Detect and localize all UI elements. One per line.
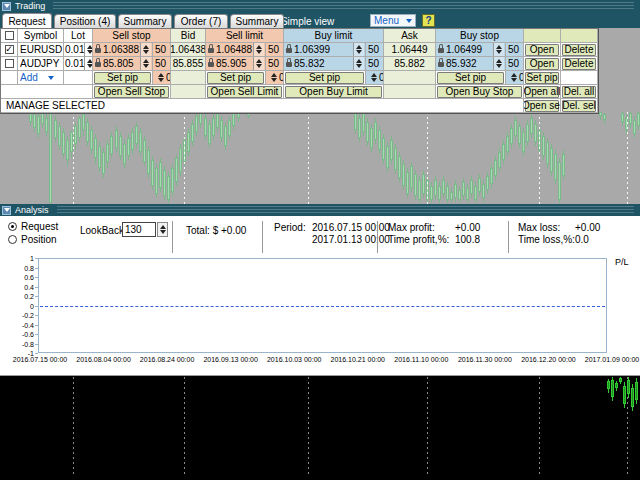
candle [374,122,377,140]
pip-value-cell[interactable]: 0 [506,71,524,85]
spinner-icon[interactable] [140,43,151,56]
buy-stop-cell[interactable]: 1.06499 [436,43,506,57]
lock-icon[interactable] [438,62,444,67]
add-symbol-dropdown[interactable]: Add [18,71,64,85]
spinner-icon[interactable] [269,71,279,84]
spinner-icon[interactable] [140,57,151,70]
candle [123,144,126,164]
collapse-icon[interactable] [2,2,11,11]
buy-stop-pips-cell[interactable]: 50 [506,57,524,71]
sell-stop-pips-cell[interactable]: 50 [153,43,171,57]
lot-cell[interactable]: 0.01 [64,43,93,57]
spinner-icon[interactable] [84,43,93,56]
row-select-cell: ✓ [1,43,18,57]
candle [354,112,357,130]
radio-request[interactable]: Request [8,221,58,232]
spinner-icon[interactable] [253,57,264,70]
spinner-icon[interactable] [369,71,379,84]
buy-stop-pips-cell[interactable]: 50 [506,43,524,57]
tab-order-7[interactable]: Order (7) [174,14,228,28]
lock-icon[interactable] [286,62,292,67]
candle [33,114,36,128]
lookback-spinner[interactable] [157,222,168,237]
radio-position[interactable]: Position [8,234,57,245]
period-separator [539,112,540,204]
open-all-button[interactable]: Open all [525,86,559,98]
open-buy-limit-button[interactable]: Open Buy Limit [285,86,382,98]
set-pip-button[interactable]: Set pip [525,72,559,84]
set-pip-button[interactable]: Set pip [207,72,264,84]
sell-limit-pips-cell[interactable]: 50 [266,57,284,71]
buy-limit-pips-cell[interactable]: 50 [366,57,384,71]
y-tick-mark [35,258,38,259]
candle [394,148,397,170]
open-button[interactable]: Open [525,44,559,56]
help-button[interactable]: ? [422,14,435,27]
buy-limit-pips-cell[interactable]: 50 [366,43,384,57]
candle [82,114,85,130]
lock-icon[interactable] [438,48,444,53]
sell-stop-cell[interactable]: 85.805 [93,57,153,71]
spinner-icon[interactable] [156,71,166,84]
row-checkbox[interactable]: ✓ [5,45,14,54]
spinner-icon[interactable] [509,71,519,84]
period-separator [184,112,185,204]
max-loss-label: Max loss: [518,223,560,233]
open-sell-stop-button[interactable]: Open Sell Stop [94,86,169,98]
pip-value-cell[interactable]: 0 [366,71,384,85]
buy-stop-cell[interactable]: 85.932 [436,57,506,71]
row-checkbox[interactable]: ✓ [5,59,14,68]
set-pip-button[interactable]: Set pip [437,72,504,84]
open-sell-limit-button[interactable]: Open Sell Limit [207,86,282,98]
pip-value-cell[interactable]: 0 [266,71,284,85]
candle [530,118,533,134]
tab-summary[interactable]: Summary [118,14,172,28]
delete-button[interactable]: Delete [562,58,596,70]
spinner-icon[interactable] [493,43,504,56]
lock-icon[interactable] [286,48,292,53]
sell-stop-cell[interactable]: 1.06388 [93,43,153,57]
collapse-icon[interactable] [2,206,11,215]
set-pip-button[interactable]: Set pip [285,72,364,84]
candle [550,148,553,172]
spinner-icon[interactable] [84,57,93,70]
radio-icon[interactable] [8,235,17,244]
tab-position-4[interactable]: Position (4) [54,14,116,28]
lookback-input[interactable] [122,222,156,237]
sell-stop-pips-cell[interactable]: 50 [153,57,171,71]
menu-dropdown[interactable]: Menu [370,14,416,27]
candle [143,140,146,162]
buy-limit-cell[interactable]: 85.832 [284,57,366,71]
open-selected-button[interactable]: Open sel [525,100,559,112]
sell-limit-pips-cell[interactable]: 50 [266,43,284,57]
candle [98,146,101,168]
spinner-icon[interactable] [353,43,364,56]
sell-limit-cell[interactable]: 85.905 [206,57,266,71]
lot-cell[interactable]: 0.01 [64,57,93,71]
lock-icon[interactable] [95,48,101,53]
delete-all-button[interactable]: Del. all [562,86,596,98]
y-tick-mark [35,353,38,354]
tab-request[interactable]: Request [2,13,52,28]
candle [135,126,138,144]
delete-selected-button[interactable]: Del. sel [562,100,596,112]
time-loss-value: 0.0 [575,235,589,245]
pip-value-cell[interactable]: 0 [153,71,171,85]
set-pip-button[interactable]: Set pip [94,72,151,84]
buy-limit-cell[interactable]: 1.06399 [284,43,366,57]
candle [110,136,113,154]
lock-icon[interactable] [95,62,101,67]
spinner-icon[interactable] [253,43,264,56]
open-buy-stop-button[interactable]: Open Buy Stop [437,86,522,98]
open-button[interactable]: Open [525,58,559,70]
candle [212,118,215,136]
radio-icon[interactable] [8,222,17,231]
sell-limit-cell[interactable]: 1.06488 [206,43,266,57]
lock-icon[interactable] [208,48,214,53]
tab-summary[interactable]: Summary [230,14,284,28]
spinner-icon[interactable] [493,57,504,70]
select-all-checkbox[interactable]: ✓ [5,31,14,40]
lock-icon[interactable] [208,62,214,67]
spinner-icon[interactable] [353,57,364,70]
delete-button[interactable]: Delete [562,44,596,56]
